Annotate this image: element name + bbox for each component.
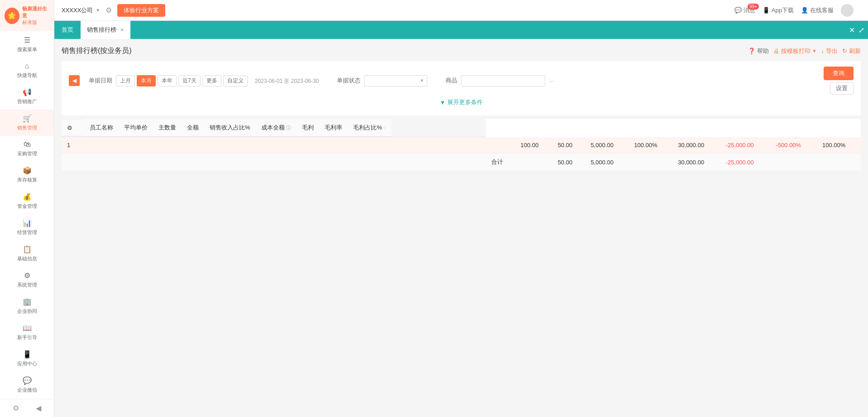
collapse-sidebar-btn[interactable]: ◀ bbox=[36, 404, 41, 412]
sidebar-item-appcenter[interactable]: 📱 应用中心 bbox=[0, 345, 54, 372]
system-icon: ⚙ bbox=[24, 271, 30, 280]
service-icon: 👤 bbox=[801, 7, 808, 14]
print-btn[interactable]: 🖨 按模板打印 ▼ bbox=[773, 47, 817, 55]
basicinfo-icon: 📋 bbox=[23, 245, 32, 254]
page-actions: ❓ 帮助 🖨 按模板打印 ▼ ↓ 导出 ↻ 刷新 bbox=[748, 47, 861, 55]
sidebar-item-finance[interactable]: 💰 资金管理 bbox=[0, 188, 54, 214]
sidebar-item-sales[interactable]: 🛒 销售管理 bbox=[0, 110, 54, 136]
sidebar-item-label: 库存核算 bbox=[17, 177, 37, 183]
settings-footer-btn[interactable]: ⚙ bbox=[13, 404, 19, 412]
message-icon: 💬 bbox=[734, 7, 742, 14]
table-footer-row: 合计 50.00 5,000.00 30,000.00 -25,000.00 bbox=[62, 153, 861, 171]
refresh-btn[interactable]: ↻ 刷新 bbox=[842, 47, 861, 55]
filter-row: ◀ 单据日期 上月 本月 本年 近7天 更多 自定义 bbox=[69, 67, 854, 95]
sidebar-item-system[interactable]: ⚙ 系统管理 bbox=[0, 267, 54, 293]
marketing-icon: 📢 bbox=[23, 88, 32, 96]
col-qty-label: 主数量 bbox=[158, 124, 176, 131]
col-sales-pct-label: 销售收入占比% bbox=[210, 124, 250, 131]
logo-line2: 标准版 bbox=[22, 19, 49, 26]
online-service-btn[interactable]: 👤 在线客服 bbox=[801, 6, 834, 14]
tab-bar: 首页 销售排行榜 ✕ ✕ ⤢ bbox=[54, 21, 868, 39]
footer-profit-pct bbox=[817, 153, 861, 171]
logo-text: 畅康通好生意 标准版 bbox=[22, 5, 49, 26]
avatar[interactable] bbox=[841, 4, 854, 17]
footer-label: 合计 bbox=[486, 153, 515, 171]
footer-avg-price bbox=[515, 153, 552, 171]
sidebar-item-wechat[interactable]: 💬 企业微信 bbox=[0, 372, 54, 398]
goods-input[interactable] bbox=[461, 75, 545, 86]
col-profit: 毛利 bbox=[297, 119, 319, 137]
company-selector[interactable]: XXXXX公司 ▼ bbox=[62, 6, 100, 14]
tab-close-btn[interactable]: ✕ bbox=[120, 27, 124, 33]
sidebar-item-label: 采购管理 bbox=[17, 150, 37, 157]
help-btn[interactable]: ❓ 帮助 bbox=[748, 47, 769, 55]
footer-profit: -25,000.00 bbox=[720, 153, 771, 171]
sidebar-item-search[interactable]: ☰ 搜索菜单 bbox=[0, 31, 54, 58]
inventory-icon: 📦 bbox=[23, 166, 32, 175]
message-btn[interactable]: 💬 消息 99+ bbox=[734, 6, 755, 14]
footer-profit-rate bbox=[771, 153, 817, 171]
date-btn-more[interactable]: 更多 bbox=[202, 75, 221, 86]
status-filter-label: 单据状态 bbox=[337, 77, 360, 85]
sidebar-item-guide[interactable]: 📖 新手引导 bbox=[0, 319, 54, 345]
finance-icon: 💰 bbox=[23, 192, 32, 201]
table-container: ⚙ 员工名称 平均单价 主数量 bbox=[62, 119, 861, 171]
sidebar-item-inventory[interactable]: 📦 库存核算 bbox=[0, 162, 54, 188]
col-profit-label: 毛利 bbox=[302, 124, 314, 131]
cell-rank: 1 bbox=[62, 137, 486, 153]
export-btn[interactable]: ↓ 导出 bbox=[821, 47, 838, 55]
sidebar-item-label: 搜索菜单 bbox=[17, 46, 37, 53]
col-cost-label: 成本全额 bbox=[261, 124, 285, 131]
col-avg-price: 平均单价 bbox=[119, 119, 153, 137]
operations-icon: 📊 bbox=[23, 219, 32, 227]
col-profit-pct: 毛利占比% ↕ bbox=[348, 119, 391, 137]
date-btn-7days[interactable]: 近7天 bbox=[178, 75, 201, 86]
tab-close-all-btn[interactable]: ✕ bbox=[849, 26, 855, 34]
filter-collapse-btn[interactable]: ◀ bbox=[69, 75, 80, 86]
sidebar-item-operations[interactable]: 📊 经营管理 bbox=[0, 214, 54, 240]
tab-label: 销售排行榜 bbox=[87, 26, 116, 34]
sidebar-item-basicinfo[interactable]: 📋 基础信息 bbox=[0, 240, 54, 267]
tab-restore-btn[interactable]: ⤢ bbox=[858, 26, 864, 34]
date-btn-last-month[interactable]: 上月 bbox=[116, 75, 135, 86]
sidebar-item-marketing[interactable]: 📢 营销推广 bbox=[0, 83, 54, 110]
try-industry-btn[interactable]: 体验行业方案 bbox=[117, 4, 165, 17]
date-btn-this-year[interactable]: 本年 bbox=[158, 75, 177, 86]
sidebar-item-label: 企业微信 bbox=[17, 387, 37, 393]
footer-qty: 50.00 bbox=[552, 153, 585, 171]
expand-more-btn[interactable]: ▼ 展开更多条件 bbox=[440, 98, 483, 106]
filter-settings-btn[interactable]: 设置 bbox=[830, 82, 854, 95]
guide-icon: 📖 bbox=[23, 324, 32, 332]
enterprise-icon: 🏢 bbox=[23, 297, 32, 306]
sidebar-item-label: 销售管理 bbox=[17, 125, 37, 131]
date-btn-custom[interactable]: 自定义 bbox=[223, 75, 248, 86]
logo-line1: 畅康通好生意 bbox=[22, 5, 49, 19]
tab-home[interactable]: 首页 bbox=[54, 21, 81, 39]
cell-sales-pct: 100.00% bbox=[628, 137, 672, 153]
tab-sales-ranking[interactable]: 销售排行榜 ✕ bbox=[81, 21, 130, 39]
cell-amount: 5,000.00 bbox=[585, 137, 628, 153]
table-settings-icon[interactable]: ⚙ bbox=[67, 125, 72, 131]
header-settings-btn[interactable]: ⚙ bbox=[106, 6, 112, 14]
cell-qty: 50.00 bbox=[552, 137, 585, 153]
status-select-wrapper bbox=[364, 75, 427, 86]
col-amount: 全额 bbox=[182, 119, 204, 137]
sidebar-item-quicknav[interactable]: ⌂ 快捷导航 bbox=[0, 58, 54, 83]
goods-more-btn[interactable]: ··· bbox=[549, 77, 554, 84]
app-download-btn[interactable]: 📱 App下载 bbox=[762, 6, 794, 14]
home-icon: ⌂ bbox=[25, 62, 29, 70]
export-icon: ↓ bbox=[821, 48, 825, 54]
query-btn[interactable]: 查询 bbox=[824, 67, 854, 80]
col-profit-rate: 毛利率 bbox=[319, 119, 348, 137]
sidebar-footer: ⚙ ◀ bbox=[0, 399, 54, 417]
col-name-label: 员工名称 bbox=[90, 124, 113, 131]
sidebar-item-enterprise[interactable]: 🏢 企业协同 bbox=[0, 293, 54, 319]
status-select[interactable] bbox=[364, 75, 427, 86]
sidebar-item-label: 营销推广 bbox=[17, 98, 37, 105]
profit-pct-sort-icon[interactable]: ↕ bbox=[384, 125, 386, 130]
sidebar-item-purchase[interactable]: 🛍 采购管理 bbox=[0, 136, 54, 162]
table-footer: 合计 50.00 5,000.00 30,000.00 -25,000.00 bbox=[62, 153, 861, 171]
date-btn-this-month[interactable]: 本月 bbox=[137, 75, 156, 86]
help-label: 帮助 bbox=[757, 47, 769, 55]
logo-icon: 🌟 bbox=[5, 8, 19, 24]
